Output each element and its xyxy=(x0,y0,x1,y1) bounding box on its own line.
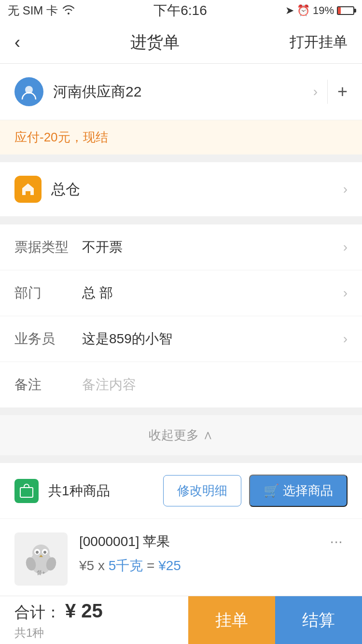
status-time: 下午6:16 xyxy=(153,1,207,20)
warehouse-section: 总仓 › xyxy=(0,162,362,216)
wifi-icon xyxy=(62,4,75,17)
dept-label: 部门 xyxy=(14,284,72,302)
supplier-chevron-icon: › xyxy=(313,84,318,99)
svg-rect-1 xyxy=(26,191,30,195)
open-hang-button[interactable]: 打开挂单 xyxy=(290,32,348,52)
supplier-name: 河南供应商22 xyxy=(53,82,308,102)
dept-value: 总 部 xyxy=(72,284,338,302)
supplier-avatar xyxy=(14,77,43,106)
alarm-icon: ⏰ xyxy=(297,4,310,17)
checkout-button[interactable]: 结算 xyxy=(275,596,362,644)
product-name: [0000001] 苹果 xyxy=(79,532,325,551)
product-info: [0000001] 苹果 ¥5 x 5千克 = ¥25 xyxy=(79,532,325,575)
remark-input[interactable]: 备注内容 xyxy=(72,376,348,394)
total-label: 合计： xyxy=(14,603,61,621)
remark-row[interactable]: 备注 备注内容 xyxy=(0,362,362,407)
payment-info: 应付-20元，现结 xyxy=(0,120,362,154)
total-amount: 合计： ¥ 25 xyxy=(14,600,174,623)
warehouse-chevron-icon: › xyxy=(343,182,348,197)
carrier-text: 无 SIM 卡 xyxy=(8,3,58,18)
warehouse-name: 总仓 xyxy=(51,180,338,199)
status-left: 无 SIM 卡 xyxy=(8,3,75,18)
edit-detail-button[interactable]: 修改明细 xyxy=(163,475,241,506)
bottom-bar: 合计： ¥ 25 共1种 挂单 结算 xyxy=(0,596,362,644)
select-product-button[interactable]: 🛒 选择商品 xyxy=(249,475,348,507)
collapse-row[interactable]: 收起更多 ∧ xyxy=(0,415,362,455)
status-bar: 无 SIM 卡 下午6:16 ➤ ⏰ 19% xyxy=(0,0,362,21)
svg-point-7 xyxy=(36,551,39,554)
products-count: 共1种商品 xyxy=(48,482,163,500)
battery-percent: 19% xyxy=(313,4,334,17)
ticket-type-label: 票据类型 xyxy=(14,238,72,256)
page-title: 进货单 xyxy=(130,31,180,54)
remark-label: 备注 xyxy=(14,376,72,394)
product-price: ¥5 x 5千克 = ¥25 xyxy=(79,557,325,575)
back-button[interactable]: ‹ xyxy=(14,32,20,53)
staff-chevron-icon: › xyxy=(343,331,348,347)
products-section: 共1种商品 修改明细 🛒 选择商品 xyxy=(0,463,362,599)
hang-order-button[interactable]: 挂单 xyxy=(188,596,275,644)
staff-label: 业务员 xyxy=(14,330,72,348)
supplier-section: 河南供应商22 › + 应付-20元，现结 xyxy=(0,64,362,154)
vertical-divider xyxy=(327,80,328,104)
warehouse-icon xyxy=(14,176,42,203)
add-supplier-button[interactable]: + xyxy=(337,82,348,102)
svg-point-8 xyxy=(43,551,46,554)
ticket-type-value: 不开票 xyxy=(72,238,338,256)
warehouse-row[interactable]: 总仓 › xyxy=(0,162,362,216)
form-section: 票据类型 不开票 › 部门 总 部 › 业务员 这是859的小智 › 备注 备注… xyxy=(0,224,362,407)
total-section: 合计： ¥ 25 共1种 xyxy=(0,600,188,641)
ticket-type-row[interactable]: 票据类型 不开票 › xyxy=(0,224,362,270)
product-menu-button[interactable]: ··· xyxy=(325,532,348,550)
products-header: 共1种商品 修改明细 🛒 选择商品 xyxy=(0,463,362,519)
svg-rect-2 xyxy=(20,488,33,497)
main-content: 河南供应商22 › + 应付-20元，现结 总仓 › 票据类型 不开票 › xyxy=(0,64,362,644)
product-thumbnail: 督+ xyxy=(14,532,68,586)
ticket-chevron-icon: › xyxy=(343,239,348,255)
dept-row[interactable]: 部门 总 部 › xyxy=(0,270,362,316)
nav-bar: ‹ 进货单 打开挂单 xyxy=(0,21,362,64)
location-icon: ➤ xyxy=(285,4,294,17)
total-amount-value: ¥ 25 xyxy=(65,600,103,621)
dept-chevron-icon: › xyxy=(343,285,348,301)
svg-text:督+: 督+ xyxy=(37,570,45,575)
status-right: ➤ ⏰ 19% xyxy=(285,4,354,17)
battery-icon xyxy=(337,6,354,15)
cart-icon: 🛒 xyxy=(264,483,279,498)
products-icon xyxy=(14,479,39,503)
total-count: 共1种 xyxy=(14,625,174,641)
staff-value: 这是859的小智 xyxy=(72,330,338,348)
staff-row[interactable]: 业务员 这是859的小智 › xyxy=(0,316,362,362)
product-item: 督+ [0000001] 苹果 ¥5 x 5千克 = ¥25 ··· xyxy=(0,519,362,599)
supplier-row: 河南供应商22 › + xyxy=(0,64,362,120)
